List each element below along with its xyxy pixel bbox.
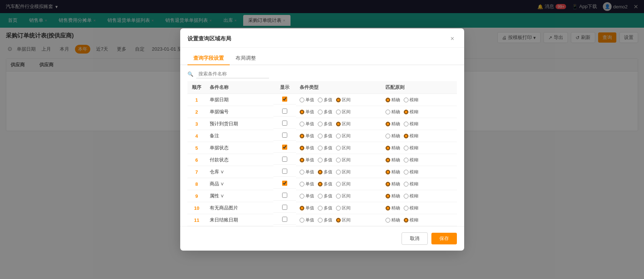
- type-radio-type_single[interactable]: 单值: [300, 97, 314, 103]
- row-type: 单值多值区间: [296, 130, 382, 142]
- search-bar: 🔍: [180, 65, 464, 81]
- type-radio-type_range[interactable]: 区间: [336, 133, 351, 139]
- display-checkbox[interactable]: [282, 121, 287, 126]
- display-checkbox[interactable]: [282, 97, 287, 102]
- type-radio-type_range[interactable]: 区间: [336, 109, 351, 115]
- row-match: 精确模糊: [382, 154, 457, 166]
- match-radio-match_exact[interactable]: 精确: [386, 97, 400, 103]
- modal-close-btn[interactable]: ×: [448, 34, 457, 43]
- display-checkbox[interactable]: [282, 181, 287, 186]
- row-match: 精确模糊: [382, 142, 457, 154]
- type-radio-type_multi[interactable]: 多值: [318, 109, 332, 115]
- display-checkbox[interactable]: [282, 205, 287, 210]
- match-radio-match_exact[interactable]: 精确: [386, 205, 400, 211]
- tab-query-fields[interactable]: 查询字段设置: [187, 52, 230, 65]
- display-checkbox[interactable]: [282, 133, 287, 138]
- type-radio-type_range[interactable]: 区间: [336, 217, 351, 223]
- row-display: [273, 202, 296, 213]
- row-display: [273, 154, 296, 165]
- display-checkbox[interactable]: [282, 217, 287, 222]
- row-match: 精确模糊: [382, 166, 457, 178]
- match-radio-match_fuzzy[interactable]: 模糊: [404, 193, 418, 199]
- table-row: 10有无商品图片单值多值区间精确模糊: [187, 202, 457, 214]
- row-name: 预计到货日期: [206, 118, 273, 130]
- row-match: 精确模糊: [382, 190, 457, 202]
- type-radio-type_multi[interactable]: 多值: [318, 181, 332, 187]
- type-radio-type_multi[interactable]: 多值: [318, 133, 332, 139]
- type-radio-type_single[interactable]: 单值: [300, 121, 314, 127]
- match-radio-match_exact[interactable]: 精确: [386, 169, 400, 175]
- type-radio-type_single[interactable]: 单值: [300, 217, 314, 223]
- table-row: 5单据状态单值多值区间精确模糊: [187, 142, 457, 154]
- row-display: [273, 142, 296, 153]
- type-radio-type_range[interactable]: 区间: [336, 145, 351, 151]
- match-radio-match_fuzzy[interactable]: 模糊: [404, 133, 418, 139]
- match-radio-match_fuzzy[interactable]: 模糊: [404, 157, 418, 163]
- type-radio-type_range[interactable]: 区间: [336, 121, 351, 127]
- match-radio-match_fuzzy[interactable]: 模糊: [404, 121, 418, 127]
- row-name: 属性 ∨: [206, 190, 273, 202]
- row-match: 精确模糊: [382, 178, 457, 190]
- table-row: 4备注单值多值区间精确模糊: [187, 130, 457, 142]
- row-order: 3: [187, 118, 206, 130]
- search-input[interactable]: [196, 70, 269, 78]
- type-radio-type_single[interactable]: 单值: [300, 205, 314, 211]
- tab-layout-adjust[interactable]: 布局调整: [230, 52, 262, 65]
- display-checkbox[interactable]: [282, 145, 287, 150]
- table-row: 6付款状态单值多值区间精确模糊: [187, 154, 457, 166]
- match-radio-match_fuzzy[interactable]: 模糊: [404, 217, 418, 223]
- cancel-btn[interactable]: 取消: [402, 232, 428, 245]
- type-radio-type_single[interactable]: 单值: [300, 109, 314, 115]
- match-radio-match_fuzzy[interactable]: 模糊: [404, 205, 418, 211]
- row-order: 11: [187, 214, 206, 226]
- type-radio-type_single[interactable]: 单值: [300, 133, 314, 139]
- type-radio-type_single[interactable]: 单值: [300, 181, 314, 187]
- match-radio-match_exact[interactable]: 精确: [386, 217, 400, 223]
- match-radio-match_exact[interactable]: 精确: [386, 133, 400, 139]
- type-radio-type_single[interactable]: 单值: [300, 193, 314, 199]
- row-display: [273, 106, 296, 117]
- row-type: 单值多值区间: [296, 202, 382, 214]
- display-checkbox[interactable]: [282, 169, 287, 174]
- row-order: 10: [187, 202, 206, 214]
- type-radio-type_range[interactable]: 区间: [336, 157, 351, 163]
- type-radio-type_multi[interactable]: 多值: [318, 121, 332, 127]
- type-radio-type_range[interactable]: 区间: [336, 169, 351, 175]
- type-radio-type_multi[interactable]: 多值: [318, 157, 332, 163]
- match-radio-match_fuzzy[interactable]: 模糊: [404, 145, 418, 151]
- match-radio-match_exact[interactable]: 精确: [386, 157, 400, 163]
- type-radio-type_multi[interactable]: 多值: [318, 217, 332, 223]
- table-row: 7仓库 ∨单值多值区间精确模糊: [187, 166, 457, 178]
- save-btn[interactable]: 保存: [431, 233, 457, 244]
- col-header-order: 顺序: [187, 81, 206, 94]
- type-radio-type_single[interactable]: 单值: [300, 169, 314, 175]
- type-radio-type_multi[interactable]: 多值: [318, 169, 332, 175]
- type-radio-type_single[interactable]: 单值: [300, 145, 314, 151]
- type-radio-type_single[interactable]: 单值: [300, 157, 314, 163]
- col-header-type: 条件类型: [296, 81, 382, 94]
- type-radio-type_range[interactable]: 区间: [336, 193, 351, 199]
- type-radio-type_multi[interactable]: 多值: [318, 97, 332, 103]
- type-radio-type_multi[interactable]: 多值: [318, 145, 332, 151]
- display-checkbox[interactable]: [282, 157, 287, 162]
- match-radio-match_exact[interactable]: 精确: [386, 181, 400, 187]
- type-radio-type_range[interactable]: 区间: [336, 181, 351, 187]
- col-header-match: 匹配原则: [382, 81, 457, 94]
- match-radio-match_exact[interactable]: 精确: [386, 121, 400, 127]
- match-radio-match_fuzzy[interactable]: 模糊: [404, 97, 418, 103]
- display-checkbox[interactable]: [282, 109, 287, 114]
- modal-header: 设置查询区域布局 ×: [180, 28, 464, 48]
- type-radio-type_range[interactable]: 区间: [336, 97, 351, 103]
- match-radio-match_fuzzy[interactable]: 模糊: [404, 169, 418, 175]
- display-checkbox[interactable]: [282, 193, 287, 198]
- match-radio-match_exact[interactable]: 精确: [386, 109, 400, 115]
- match-radio-match_exact[interactable]: 精确: [386, 193, 400, 199]
- match-radio-match_exact[interactable]: 精确: [386, 145, 400, 151]
- type-radio-type_multi[interactable]: 多值: [318, 205, 332, 211]
- type-radio-type_range[interactable]: 区间: [336, 205, 351, 211]
- row-display: [273, 190, 296, 201]
- match-radio-match_fuzzy[interactable]: 模糊: [404, 109, 418, 115]
- type-radio-type_multi[interactable]: 多值: [318, 193, 332, 199]
- table-row: 3预计到货日期单值多值区间精确模糊: [187, 118, 457, 130]
- match-radio-match_fuzzy[interactable]: 模糊: [404, 181, 418, 187]
